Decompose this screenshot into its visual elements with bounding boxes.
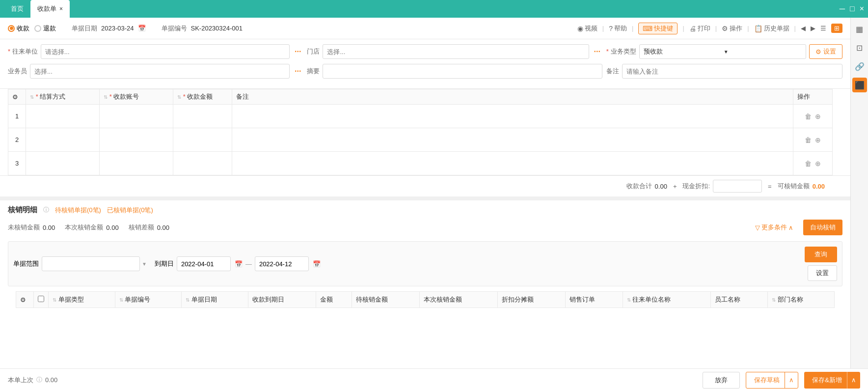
row-3-delete-icon[interactable]: 🗑 <box>804 159 813 168</box>
row-3-settlement[interactable] <box>26 152 100 175</box>
date-to-calendar-icon[interactable]: 📅 <box>313 260 321 268</box>
query-btn[interactable]: 查询 <box>805 247 837 262</box>
row-2-copy-icon[interactable]: ⊕ <box>814 135 822 145</box>
save-new-btn[interactable]: 保存&新增 ∧ <box>804 372 860 389</box>
action-video[interactable]: ◉ 视频 <box>577 24 597 33</box>
current-next-label: 本单上次 <box>8 376 33 385</box>
discount-input[interactable] <box>713 180 762 193</box>
date-to-input[interactable] <box>255 256 309 271</box>
save-new-dropdown-icon[interactable]: ∧ <box>847 372 860 389</box>
close-tab-icon[interactable]: × <box>59 5 63 12</box>
tab-pending[interactable]: 待核销单据(0笔) <box>55 206 101 215</box>
doc-date-calendar-icon[interactable]: 📅 <box>138 25 146 32</box>
date-from-calendar-icon[interactable]: 📅 <box>235 260 243 268</box>
save-draft-dropdown-icon[interactable]: ∧ <box>785 372 798 388</box>
writeoff-info-icon[interactable]: ⓘ <box>43 206 49 214</box>
stat-current: 本次核销金额 0.00 <box>65 223 118 232</box>
partner-input[interactable] <box>41 44 290 59</box>
row-1-settlement[interactable] <box>26 105 100 128</box>
biz-type-label: 业务类型 <box>606 47 636 56</box>
radio-tuikuan[interactable]: 退款 <box>34 24 56 33</box>
salesperson-input[interactable] <box>30 64 290 79</box>
row-1-copy-icon[interactable]: ⊕ <box>814 112 822 121</box>
row-2-settlement[interactable] <box>26 128 100 152</box>
row-1-remark[interactable] <box>232 105 793 128</box>
shop-more-btn[interactable]: ··· <box>592 47 602 56</box>
radio-shoukuan[interactable]: 收款 <box>8 24 29 33</box>
mode-icon: ⊞ <box>834 25 840 32</box>
action-operation[interactable]: ⚙ 操作 <box>722 24 742 33</box>
action-nav-next[interactable]: ▶ <box>811 25 815 32</box>
summary-input[interactable] <box>323 64 602 79</box>
remark-input[interactable] <box>622 64 842 79</box>
save-draft-label: 保存草稿 <box>754 376 780 385</box>
bth-doc-no: ⇅ 单据编号 <box>115 292 182 308</box>
row-1-amount[interactable] <box>173 105 232 128</box>
radio-circle-shoukuan <box>8 25 15 32</box>
row-3-amount[interactable] <box>173 152 232 175</box>
filter-range-field: 单据范围 ▼ <box>13 256 147 271</box>
plus-symbol: + <box>673 183 677 190</box>
action-help-label: 帮助 <box>614 24 627 33</box>
abandon-btn[interactable]: 放弃 <box>703 372 740 389</box>
action-print[interactable]: 🖨 打印 <box>689 24 710 33</box>
info-icon-footer[interactable]: ⓘ <box>36 376 42 384</box>
side-camera-icon[interactable]: ⬛ <box>852 78 867 92</box>
action-mode[interactable]: ⊞ <box>831 24 842 33</box>
partner-more-btn[interactable]: ··· <box>293 47 303 56</box>
stat-diff-value: 0.00 <box>157 224 169 231</box>
home-label: 首页 <box>11 4 24 13</box>
row-1-account[interactable] <box>100 105 173 128</box>
select-all-checkbox[interactable] <box>38 296 44 302</box>
side-scan-icon[interactable]: ⊡ <box>852 40 867 55</box>
bth-current: 本次核销金额 <box>419 292 498 308</box>
bth-checkbox[interactable] <box>34 292 49 308</box>
nav-active-tab[interactable]: 收款单 × <box>30 0 70 18</box>
biz-settings-btn[interactable]: ⚙ 设置 <box>809 44 842 59</box>
date-from-input[interactable] <box>177 256 231 271</box>
bth-gear[interactable]: ⚙ <box>16 292 34 308</box>
row-2-account[interactable] <box>100 128 173 152</box>
row-3-remark[interactable] <box>232 152 793 175</box>
row-2-remark[interactable] <box>232 128 793 152</box>
th-amount-label: 收款金额 <box>183 93 213 100</box>
side-link-icon[interactable]: 🔗 <box>852 59 867 74</box>
salesperson-more-btn[interactable]: ··· <box>293 67 303 76</box>
action-nav-prev[interactable]: ◀ <box>801 25 806 32</box>
row-3-copy-icon[interactable]: ⊕ <box>814 159 822 168</box>
range-input[interactable] <box>42 256 140 271</box>
bth-sales-order: 销售订单 <box>566 292 623 308</box>
summary-field: 摘要 <box>307 64 602 79</box>
th-gear[interactable]: ⚙ <box>8 89 26 105</box>
writeoff-header: 核销明细 ⓘ 待核销单据(0笔) 已核销单据(0笔) <box>8 205 842 215</box>
action-layout[interactable]: ☰ <box>820 25 826 32</box>
save-draft-btn[interactable]: 保存草稿 ∧ <box>746 372 798 389</box>
receipt-type-group: 收款 退款 <box>8 24 56 33</box>
row-2-delete-icon[interactable]: 🗑 <box>804 135 813 145</box>
summary-total: 收款合计 0.00 <box>626 182 667 191</box>
tab-done[interactable]: 已核销单据(0笔) <box>107 206 153 215</box>
maximize-icon[interactable]: □ <box>850 4 855 13</box>
stat-unwritten-label: 未核销金额 <box>8 223 40 232</box>
more-conditions-btn[interactable]: ▽ 更多条件 ∧ <box>755 223 793 232</box>
nav-home-tab[interactable]: 首页 <box>4 0 30 18</box>
filter-settings-btn[interactable]: 设置 <box>808 265 837 281</box>
auto-writeoff-btn[interactable]: 自动核销 <box>803 220 842 235</box>
row-1-delete-icon[interactable]: 🗑 <box>804 112 813 121</box>
minimize-icon[interactable]: ─ <box>840 4 845 13</box>
biz-type-select[interactable]: 预收款 ▼ <box>639 44 806 59</box>
action-help[interactable]: ? 帮助 <box>609 24 627 33</box>
action-shortcut[interactable]: ⌨ 快捷键 <box>638 23 678 34</box>
th-account: ⇅ 收款账号 <box>100 89 173 105</box>
side-table-icon[interactable]: ▦ <box>852 22 867 36</box>
shop-input[interactable] <box>323 44 589 59</box>
close-window-icon[interactable]: × <box>860 4 864 13</box>
row-3-account[interactable] <box>100 152 173 175</box>
row-2-amount[interactable] <box>173 128 232 152</box>
range-dropdown-icon[interactable]: ▼ <box>142 261 147 267</box>
action-history[interactable]: 📋 历史单据 <box>754 24 789 33</box>
bth-sales-order-label: 销售订单 <box>570 296 595 303</box>
row-num-2: 2 <box>8 128 26 152</box>
th-remark-label: 备注 <box>236 93 249 100</box>
sort-icon-amount: ⇅ <box>177 94 181 100</box>
